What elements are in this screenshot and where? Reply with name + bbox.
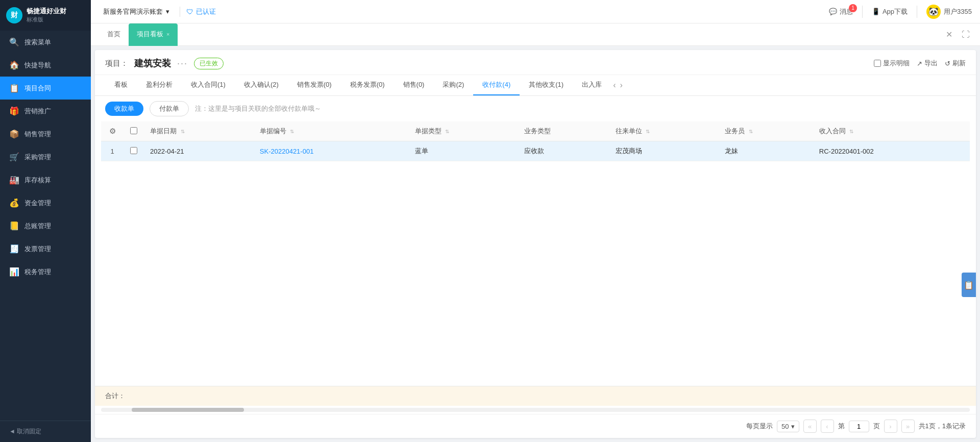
scrollbar-thumb[interactable] [132, 408, 244, 412]
status-badge: 已生效 [194, 58, 224, 69]
show-detail-text: 显示明细 [883, 59, 910, 68]
col-type-label: 单据类型 [415, 127, 442, 135]
subtab-next-btn[interactable]: › [618, 77, 624, 94]
row-salesperson: 龙妹 [719, 141, 813, 161]
tab-home-label: 首页 [107, 30, 120, 39]
scrollbar-row [95, 406, 976, 414]
phone-icon: 📱 [872, 8, 880, 15]
row-checkbox[interactable] [130, 147, 137, 154]
topbar-div1 [862, 6, 863, 18]
home-icon: 🏠 [9, 60, 19, 70]
sidebar-item-ledger[interactable]: 📒 总账管理 [0, 214, 91, 237]
last-page-btn[interactable]: » [901, 420, 915, 433]
payment-filter-btn[interactable]: 付款单 [150, 101, 189, 116]
col-biz-type-label: 业务类型 [524, 127, 551, 135]
sidebar-item-search[interactable]: 🔍 搜索菜单 [0, 31, 91, 54]
app-download-btn[interactable]: 📱 App下载 [872, 7, 908, 16]
sidebar-item-marketing[interactable]: 🎁 营销推广 [0, 100, 91, 122]
dropdown-icon: ▾ [166, 8, 169, 15]
prev-page-icon: ‹ [826, 423, 828, 430]
refresh-btn[interactable]: ↺ 刷新 [945, 59, 966, 68]
subtab-kanban[interactable]: 看板 [105, 75, 137, 95]
subtab-collection[interactable]: 收付款(4) [473, 75, 520, 95]
per-page-select[interactable]: 50 ▾ [777, 421, 799, 432]
messages-btn[interactable]: 💬 消息 1 [829, 7, 853, 16]
verified-status: 🛡 已认证 [186, 7, 216, 16]
side-panel-toggle[interactable]: 📋 [962, 273, 976, 297]
search-icon: 🔍 [9, 37, 19, 47]
tab-close-icon[interactable]: × [166, 31, 169, 37]
topbar: 新服务官网演示账套 ▾ 🛡 已认证 💬 消息 1 📱 App下载 🐼 用户335… [91, 0, 980, 23]
sidebar-item-funds[interactable]: 💰 资金管理 [0, 191, 91, 214]
topbar-right: 💬 消息 1 📱 App下载 🐼 用户3355 [829, 5, 972, 19]
col-income-contract-label: 收入合同 [819, 127, 846, 135]
sidebar-item-tax[interactable]: 📊 税务管理 [0, 260, 91, 283]
col-biz-type: 业务类型 [518, 121, 609, 141]
col-partner[interactable]: 往来单位 ⇅ [609, 121, 719, 141]
collection-filter-btn[interactable]: 收款单 [105, 102, 143, 116]
prev-page-btn[interactable]: ‹ [821, 420, 834, 433]
col-type[interactable]: 单据类型 ⇅ [409, 121, 519, 141]
sidebar-header: 财 畅捷通好业财 标准版 [0, 0, 91, 31]
sidebar-item-project[interactable]: 📋 项目合同 [0, 77, 91, 100]
inventory-icon: 🏭 [9, 175, 19, 185]
row-num: 1 [110, 148, 114, 155]
col-gear[interactable]: ⚙ [101, 121, 124, 141]
more-btn[interactable]: ··· [177, 58, 188, 69]
user-menu[interactable]: 🐼 用户3355 [926, 5, 972, 19]
sidebar-item-inventory[interactable]: 🏭 库存核算 [0, 168, 91, 191]
subtab-profit[interactable]: 盈利分析 [137, 75, 182, 95]
message-icon: 💬 [829, 8, 837, 15]
close-window-btn[interactable]: ✕ [944, 28, 954, 41]
sidebar-unpin[interactable]: ◄ 取消固定 [0, 421, 91, 442]
sort-icon: ⇅ [749, 129, 753, 134]
settings-icon[interactable]: ⚙ [109, 127, 116, 135]
subtab-income-contract[interactable]: 收入合同(1) [182, 75, 235, 95]
sidebar-item-label: 发票管理 [24, 244, 51, 254]
subtab-prev-btn[interactable]: ‹ [611, 77, 618, 94]
subtab-other-expense[interactable]: 其他收支(1) [520, 75, 573, 95]
total-row: 合计： [95, 386, 976, 406]
sidebar-item-sales[interactable]: 📦 销售管理 [0, 122, 91, 145]
subtab-tax-invoice[interactable]: 税务发票(0) [341, 75, 394, 95]
shield-icon: 🛡 [186, 8, 193, 16]
export-icon: ↗ [917, 60, 922, 67]
maximize-btn[interactable]: ⛶ [960, 28, 972, 41]
col-date[interactable]: 单据日期 ⇅ [144, 121, 254, 141]
row-number-link[interactable]: SK-20220421-001 [260, 148, 314, 155]
col-income-contract[interactable]: 收入合同 ⇅ [813, 121, 970, 141]
subtab-purchase[interactable]: 采购(2) [433, 75, 473, 95]
subtab-sales-invoice[interactable]: 销售发票(0) [288, 75, 341, 95]
marketing-icon: 🎁 [9, 106, 19, 116]
account-selector[interactable]: 新服务官网演示账套 ▾ [99, 5, 174, 18]
show-detail-label[interactable]: 显示明细 [874, 59, 910, 68]
export-btn[interactable]: ↗ 导出 [917, 59, 938, 68]
subtab-inout[interactable]: 出入库 [573, 75, 611, 95]
per-page-dropdown-icon: ▾ [791, 423, 795, 430]
tab-home[interactable]: 首页 [99, 23, 129, 46]
ledger-icon: 📒 [9, 221, 19, 231]
sidebar-item-quicknav[interactable]: 🏠 快捷导航 [0, 54, 91, 77]
sort-icon: ⇅ [181, 129, 185, 134]
first-page-btn[interactable]: « [803, 420, 817, 433]
subtab-sales[interactable]: 销售(0) [394, 75, 434, 95]
col-salesperson[interactable]: 业务员 ⇅ [719, 121, 813, 141]
sidebar-item-purchase[interactable]: 🛒 采购管理 [0, 145, 91, 168]
sidebar-item-invoice[interactable]: 🧾 发票管理 [0, 237, 91, 260]
total-label: 合计： [105, 391, 125, 401]
col-number-label: 单据编号 [260, 127, 286, 135]
next-page-btn[interactable]: › [884, 420, 897, 433]
page-input[interactable] [849, 421, 869, 432]
row-index: 1 [101, 141, 124, 161]
subtab-income-confirm[interactable]: 收入确认(2) [235, 75, 288, 95]
avatar: 🐼 [926, 5, 941, 19]
horizontal-scrollbar[interactable] [101, 408, 970, 412]
col-number[interactable]: 单据编号 ⇅ [254, 121, 409, 141]
tab-project-board[interactable]: 项目看板 × [129, 23, 178, 46]
page-summary: 共1页，1条记录 [919, 422, 966, 431]
sub-tabs: 看板 盈利分析 收入合同(1) 收入确认(2) 销售发票(0) 税务发票(0) … [95, 75, 976, 96]
select-all-checkbox[interactable] [130, 127, 137, 134]
purchase-icon: 🛒 [9, 152, 19, 162]
show-detail-checkbox[interactable] [874, 60, 881, 67]
refresh-label: 刷新 [952, 59, 966, 68]
